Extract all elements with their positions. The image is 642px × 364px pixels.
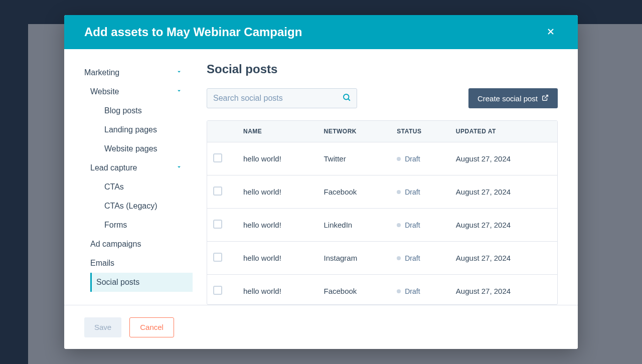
sidebar-item-lead-capture[interactable]: Lead capture: [90, 158, 193, 177]
table-row: hello world! Facebook Draft August 27, 2…: [207, 275, 557, 305]
cell-name: hello world!: [237, 142, 317, 175]
social-posts-table: NAME NETWORK STATUS UPDATED AT hello wor…: [207, 120, 558, 305]
cell-updated: August 27, 2024: [450, 209, 557, 242]
close-button[interactable]: [544, 25, 558, 40]
cell-status: Draft: [391, 142, 450, 175]
cell-name: hello world!: [237, 175, 317, 209]
sidebar-label: Ad campaigns: [90, 240, 141, 249]
table-row: hello world! Instagram Draft August 27, …: [207, 242, 557, 275]
sidebar-label: Website: [90, 87, 119, 96]
search-icon: [342, 93, 351, 104]
sidebar-item-website[interactable]: Website: [90, 82, 193, 101]
svg-point-0: [344, 94, 349, 100]
cell-status: Draft: [391, 275, 450, 305]
cell-updated: August 27, 2024: [450, 275, 557, 305]
sidebar-item-ctas[interactable]: CTAs: [90, 177, 193, 197]
cell-name: hello world!: [237, 242, 317, 275]
modal-footer: Save Cancel: [64, 305, 578, 349]
sidebar-item-marketing[interactable]: Marketing: [84, 63, 193, 82]
cell-name: hello world!: [237, 275, 317, 305]
status-dot-icon: [397, 289, 401, 293]
cell-name: hello world!: [237, 209, 317, 242]
row-checkbox[interactable]: [213, 286, 222, 295]
cell-status: Draft: [391, 242, 450, 275]
search-input[interactable]: [207, 88, 357, 108]
table-row: hello world! LinkedIn Draft August 27, 2…: [207, 209, 557, 242]
col-updated: UPDATED AT: [450, 121, 557, 142]
cell-network: Twitter: [317, 142, 391, 175]
close-icon: [546, 31, 556, 38]
cell-updated: August 27, 2024: [450, 175, 557, 209]
create-social-post-button[interactable]: Create social post: [468, 88, 558, 108]
status-dot-icon: [397, 256, 401, 260]
cancel-button[interactable]: Cancel: [129, 317, 174, 337]
asset-category-sidebar: Marketing Website Blog posts Landing pag…: [64, 49, 193, 305]
table-row: hello world! Facebook Draft August 27, 2…: [207, 175, 557, 209]
cell-updated: August 27, 2024: [450, 242, 557, 275]
col-network: NETWORK: [317, 121, 391, 142]
sidebar-item-ad-campaigns[interactable]: Ad campaigns: [90, 235, 193, 254]
sidebar-label: Emails: [90, 259, 114, 268]
sidebar-item-emails[interactable]: Emails: [90, 254, 193, 273]
cell-network: Instagram: [317, 242, 391, 275]
table-row: hello world! Twitter Draft August 27, 20…: [207, 142, 557, 175]
status-dot-icon: [397, 223, 401, 227]
sidebar-label: Lead capture: [90, 163, 137, 172]
add-assets-modal: Add assets to May Webinar Campaign Marke…: [64, 15, 578, 349]
status-dot-icon: [397, 157, 401, 161]
search-wrap: [207, 88, 357, 108]
sidebar-item-forms[interactable]: Forms: [90, 216, 193, 235]
chevron-down-icon: [176, 87, 183, 96]
modal-header: Add assets to May Webinar Campaign: [64, 15, 578, 49]
button-label: Create social post: [477, 94, 538, 103]
row-checkbox[interactable]: [213, 220, 222, 229]
cell-status: Draft: [391, 209, 450, 242]
col-checkbox: [207, 121, 237, 142]
row-checkbox[interactable]: [213, 187, 222, 196]
cell-status: Draft: [391, 175, 450, 209]
row-checkbox[interactable]: [213, 153, 222, 162]
cell-network: Facebook: [317, 275, 391, 305]
col-name: NAME: [237, 121, 317, 142]
external-link-icon: [542, 94, 549, 103]
chevron-down-icon: [176, 68, 183, 77]
sidebar-label: Marketing: [84, 68, 119, 77]
col-status: STATUS: [391, 121, 450, 142]
row-checkbox[interactable]: [213, 253, 222, 262]
toolbar: Create social post: [207, 88, 558, 108]
sidebar-label: Social posts: [96, 278, 139, 287]
chevron-down-icon: [176, 163, 183, 172]
svg-line-1: [545, 95, 548, 98]
sidebar-item-blog-posts[interactable]: Blog posts: [90, 101, 193, 120]
status-dot-icon: [397, 190, 401, 194]
save-button[interactable]: Save: [84, 317, 121, 337]
modal-title: Add assets to May Webinar Campaign: [84, 25, 302, 39]
cell-updated: August 27, 2024: [450, 142, 557, 175]
cell-network: LinkedIn: [317, 209, 391, 242]
cell-network: Facebook: [317, 175, 391, 209]
sidebar-item-landing-pages[interactable]: Landing pages: [90, 120, 193, 139]
main-panel: Social posts Create social post: [193, 49, 578, 305]
sidebar-item-website-pages[interactable]: Website pages: [90, 139, 193, 158]
panel-title: Social posts: [207, 62, 558, 76]
sidebar-item-ctas-legacy[interactable]: CTAs (Legacy): [90, 197, 193, 216]
sidebar-item-social-posts[interactable]: Social posts: [90, 273, 193, 292]
